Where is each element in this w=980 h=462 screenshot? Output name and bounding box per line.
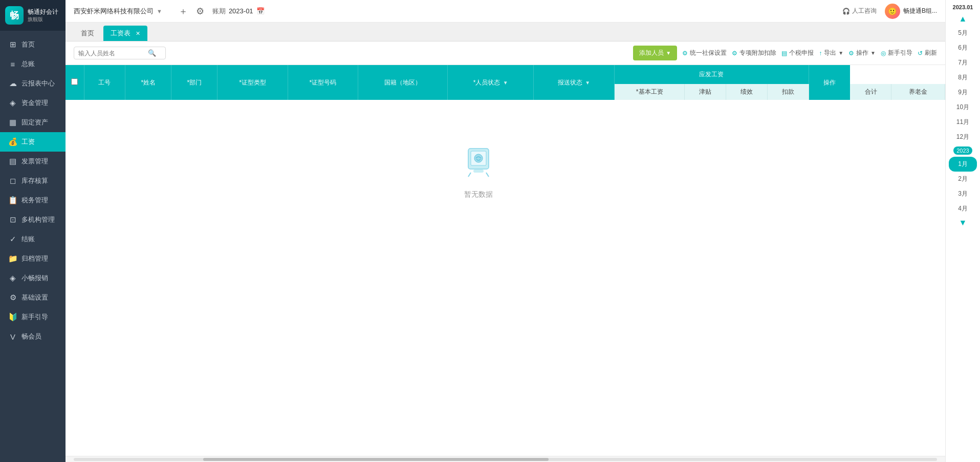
month-item-9[interactable]: 9月 [946, 85, 980, 100]
col-status: *人员状态 ▼ [448, 65, 533, 100]
refresh-btn[interactable]: ↺ 刷新 [918, 49, 937, 57]
add-company-btn[interactable]: ＋ [177, 3, 190, 19]
sidebar-item-guide[interactable]: 🔰 新手引导 [0, 307, 66, 327]
inventory-icon: ◻ [8, 176, 17, 185]
tax-icon: 📋 [8, 196, 17, 205]
sidebar-item-close[interactable]: ✓ 结账 [0, 229, 66, 249]
col-id-num: *证型号码 [288, 65, 358, 100]
month-item-10[interactable]: 10月 [946, 100, 980, 115]
main-area: 西安虾米网络科技有限公司 ▼ ＋ ⚙ 账期 2023-01 📅 🎧 人工咨询 🙂… [66, 0, 945, 462]
svg-line-4 [468, 173, 471, 177]
sidebar-item-expense[interactable]: ◈ 小畅报销 [0, 268, 66, 288]
bottom-scrollbar[interactable] [66, 456, 945, 462]
year-badge: 2023 [953, 146, 972, 155]
sidebar-item-tax[interactable]: 📋 税务管理 [0, 191, 66, 210]
month-item-3[interactable]: 3月 [946, 186, 980, 201]
col-name: *姓名 [125, 65, 171, 100]
tab-home[interactable]: 首页 [74, 26, 101, 41]
user-avatar: 🙂 [885, 4, 900, 19]
deduction-icon: ⚙ [732, 50, 737, 57]
company-selector[interactable]: 西安虾米网络科技有限公司 ▼ [74, 7, 162, 16]
social-security-btn[interactable]: ⚙ 统一社保设置 [682, 49, 727, 57]
headset-icon: 🎧 [842, 8, 850, 15]
tax-report-icon: ▤ [781, 50, 787, 57]
sidebar-item-archive[interactable]: 📁 归档管理 [0, 249, 66, 268]
search-wrap: 🔍 [74, 47, 166, 59]
cloud-icon: ☁ [8, 79, 17, 88]
empty-text: 暂无数据 [464, 190, 493, 199]
toolbar-right: 添加人员 ▼ ⚙ 统一社保设置 ⚙ 专项附加扣除 ▤ 个税申报 ↑ 导出 ▼ ⚙ [633, 46, 937, 60]
sidebar-item-home[interactable]: ⊞ 首页 [0, 35, 66, 54]
month-item-6[interactable]: 6月 [946, 40, 980, 55]
status-filter-icon[interactable]: ▼ [503, 80, 508, 86]
submit-filter-icon[interactable]: ▼ [585, 80, 590, 86]
select-all-checkbox[interactable] [71, 78, 78, 85]
expense-icon: ◈ [8, 274, 17, 283]
calendar-icon[interactable]: 📅 [256, 7, 265, 15]
month-item-7[interactable]: 7月 [946, 55, 980, 70]
month-item-2[interactable]: 2月 [946, 172, 980, 186]
home-icon: ⊞ [8, 40, 17, 49]
sidebar: 畅 畅通好会计 旗舰版 ⊞ 首页 ≡ 总账 ☁ 云报表中心 ◈ 资金管理 ▦ 固… [0, 0, 66, 462]
col-payroll-header: 应发工资 [615, 65, 809, 84]
col-total: 合计 [850, 84, 891, 100]
guide-btn[interactable]: ◎ 新手引导 [881, 49, 912, 57]
archive-icon: 📁 [8, 254, 17, 263]
sidebar-item-salary[interactable]: 💰 工资 [0, 132, 66, 152]
export-chevron-icon: ▼ [838, 50, 843, 56]
user-info[interactable]: 🙂 畅捷通B组... [885, 4, 937, 19]
top-header: 西安虾米网络科技有限公司 ▼ ＋ ⚙ 账期 2023-01 📅 🎧 人工咨询 🙂… [66, 0, 945, 23]
fund-icon: ◈ [8, 98, 17, 108]
sidebar-item-ledger[interactable]: ≡ 总账 [0, 54, 66, 74]
sidebar-nav: ⊞ 首页 ≡ 总账 ☁ 云报表中心 ◈ 资金管理 ▦ 固定资产 💰 工资 ▤ 发… [0, 31, 66, 462]
sidebar-item-settings[interactable]: ⚙ 基础设置 [0, 288, 66, 307]
company-name: 西安虾米网络科技有限公司 [74, 7, 154, 16]
sidebar-item-report[interactable]: ☁ 云报表中心 [0, 74, 66, 93]
tab-salary[interactable]: 工资表 ✕ [103, 26, 147, 41]
sidebar-item-inventory[interactable]: ◻ 库存核算 [0, 171, 66, 191]
search-icon[interactable]: 🔍 [148, 49, 156, 57]
account-period: 账期 2023-01 📅 [212, 7, 265, 16]
empty-illustration [458, 141, 499, 182]
asset-icon: ▦ [8, 118, 17, 127]
scroll-thumb [203, 458, 549, 461]
right-panel: 2023.01 ▲ 5月 6月 7月 8月 9月 10月 11月 12月 202… [945, 0, 980, 462]
month-item-4[interactable]: 4月 [946, 201, 980, 216]
sidebar-item-asset[interactable]: ▦ 固定资产 [0, 113, 66, 132]
svg-rect-3 [473, 170, 484, 173]
current-date-label: 2023.01 [953, 2, 973, 12]
tax-report-btn[interactable]: ▤ 个税申报 [781, 49, 814, 57]
guide-icon: 🔰 [8, 312, 17, 322]
header-right: 🎧 人工咨询 🙂 畅捷通B组... [842, 4, 937, 19]
scroll-up-icon[interactable]: ▲ [957, 12, 969, 26]
special-deduction-btn[interactable]: ⚙ 专项附加扣除 [732, 49, 776, 57]
tab-close-icon[interactable]: ✕ [136, 30, 140, 36]
sidebar-item-member[interactable]: V 畅会员 [0, 327, 66, 346]
service-btn[interactable]: 🎧 人工咨询 [842, 7, 877, 15]
member-icon: V [8, 332, 17, 341]
svg-point-2 [474, 154, 483, 162]
sidebar-item-multi[interactable]: ⊡ 多机构管理 [0, 210, 66, 229]
social-security-icon: ⚙ [682, 50, 688, 57]
month-item-5[interactable]: 5月 [946, 26, 980, 40]
month-item-11[interactable]: 11月 [946, 115, 980, 130]
col-id-type: *证型类型 [217, 65, 288, 100]
tab-bar: 首页 工资表 ✕ [66, 23, 945, 41]
month-item-1-active[interactable]: 1月 [949, 157, 977, 172]
logo-text: 畅通好会计 旗舰版 [28, 8, 58, 23]
scroll-down-icon[interactable]: ▼ [957, 216, 969, 229]
settings-btn[interactable]: ⚙ [194, 4, 206, 19]
add-person-btn[interactable]: 添加人员 ▼ [633, 46, 677, 60]
col-nationality: 国籍（地区） [358, 65, 448, 100]
col-deduction: 扣款 [767, 84, 809, 100]
sidebar-item-invoice[interactable]: ▤ 发票管理 [0, 152, 66, 171]
export-btn[interactable]: ↑ 导出 ▼ [819, 49, 843, 57]
period-label: 账期 [212, 7, 226, 16]
month-item-8[interactable]: 8月 [946, 70, 980, 85]
col-allowance: 津贴 [685, 84, 726, 100]
search-input[interactable] [78, 50, 145, 57]
company-chevron-icon: ▼ [157, 8, 162, 14]
sidebar-item-fund[interactable]: ◈ 资金管理 [0, 93, 66, 113]
month-item-12[interactable]: 12月 [946, 130, 980, 144]
operation-btn[interactable]: ⚙ 操作 ▼ [848, 49, 876, 57]
